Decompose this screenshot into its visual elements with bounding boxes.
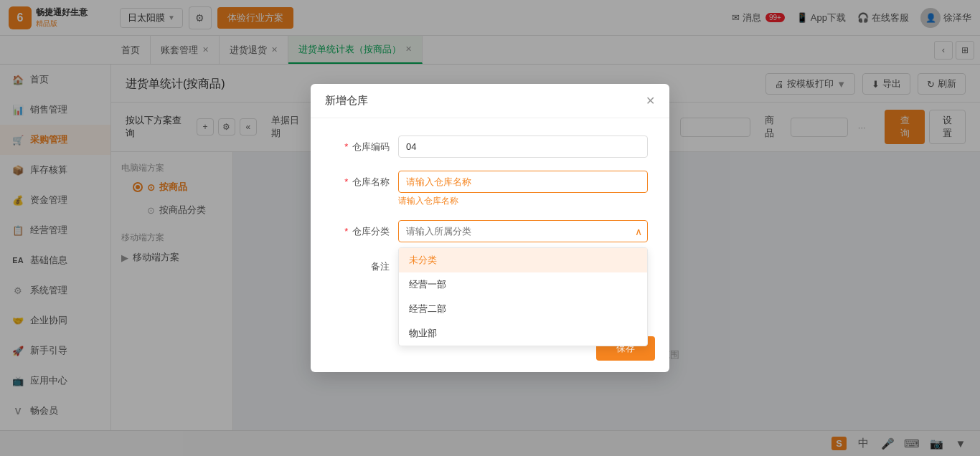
code-label: * 仓库编码 bbox=[332, 136, 390, 153]
form-row-category: * 仓库分类 ∧ 未分类 经营一部 经营二部 物业部 bbox=[332, 220, 648, 242]
name-label: * 仓库名称 bbox=[332, 171, 390, 189]
note-label: 备注 bbox=[332, 255, 390, 273]
add-warehouse-modal: 新增仓库 ✕ * 仓库编码 * 仓库名称 bbox=[311, 84, 669, 372]
name-error-text: 请输入仓库名称 bbox=[398, 195, 648, 207]
name-control: 请输入仓库名称 bbox=[398, 171, 648, 207]
modal-title: 新增仓库 bbox=[325, 94, 368, 108]
form-row-code: * 仓库编码 bbox=[332, 136, 648, 158]
name-input[interactable] bbox=[398, 171, 648, 193]
form-row-name: * 仓库名称 请输入仓库名称 bbox=[332, 171, 648, 207]
modal-body: * 仓库编码 * 仓库名称 请输入仓库名称 bbox=[311, 118, 669, 328]
modal-header: 新增仓库 ✕ bbox=[311, 84, 669, 118]
modal-overlay: 新增仓库 ✕ * 仓库编码 * 仓库名称 bbox=[0, 0, 980, 456]
category-label: * 仓库分类 bbox=[332, 220, 390, 238]
category-input[interactable] bbox=[398, 220, 648, 242]
category-dropdown-list: 未分类 经营一部 经营二部 物业部 bbox=[398, 247, 648, 346]
modal-close-button[interactable]: ✕ bbox=[646, 94, 655, 108]
dropdown-option-property[interactable]: 物业部 bbox=[399, 321, 647, 346]
dropdown-option-ops1[interactable]: 经营一部 bbox=[399, 272, 647, 297]
code-input[interactable] bbox=[398, 136, 648, 158]
dropdown-arrow-icon[interactable]: ∧ bbox=[635, 226, 642, 237]
code-control bbox=[398, 136, 648, 158]
dropdown-option-ops2[interactable]: 经营二部 bbox=[399, 297, 647, 321]
category-control: ∧ 未分类 经营一部 经营二部 物业部 bbox=[398, 220, 648, 242]
dropdown-option-uncategorized[interactable]: 未分类 bbox=[399, 248, 647, 272]
